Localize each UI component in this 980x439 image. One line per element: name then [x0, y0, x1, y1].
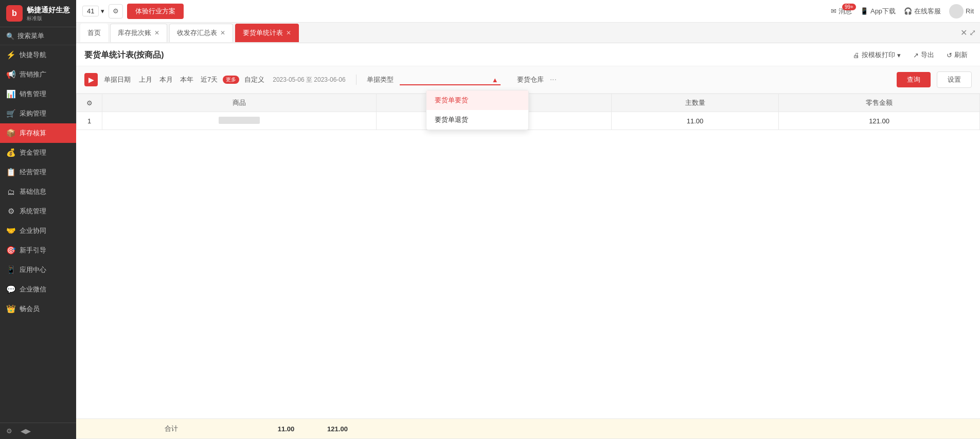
date-range-display: 2023-05-06 至 2023-06-06 [273, 76, 345, 84]
operations-icon: 📋 [6, 168, 15, 177]
refresh-label: 刷新 [954, 50, 968, 60]
tab-close-icon[interactable]: ✕ [220, 29, 225, 36]
tab-order-stats[interactable]: 要货单统计表 ✕ [235, 24, 299, 42]
sidebar-item-wechat[interactable]: 💬 企业微信 [0, 280, 76, 299]
app-download-label: App下载 [870, 7, 896, 16]
type-input[interactable] [400, 75, 501, 85]
dropdown-item-order-goods[interactable]: 要货单要货 [426, 90, 528, 110]
tab-receive-summary[interactable]: 收发存汇总表 ✕ [169, 24, 233, 42]
sidebar-item-sales[interactable]: 📊 销售管理 [0, 84, 76, 104]
filter-bar: ▶ 单据日期 上月 本月 本年 近7天 更多 自定义 2023-05-06 至 … [76, 66, 980, 94]
purchase-icon: 🛒 [6, 109, 15, 118]
sidebar-item-operations[interactable]: 📋 经营管理 [0, 162, 76, 182]
dropdown-item-order-return[interactable]: 要货单退货 [426, 110, 528, 130]
sidebar-item-label: 基础信息 [20, 187, 46, 196]
tab-close-icon[interactable]: ✕ [286, 29, 291, 36]
shortcut-this-year[interactable]: 本年 [178, 74, 195, 85]
inventory-icon: 📦 [6, 129, 15, 138]
sidebar-item-label: 库存核算 [20, 129, 46, 138]
tab-inventory-batch[interactable]: 库存批次账 ✕ [110, 24, 167, 42]
sidebar-item-apps[interactable]: 📱 应用中心 [0, 260, 76, 280]
sidebar-item-inventory[interactable]: 📦 库存核算 [0, 123, 76, 143]
guide-icon: 🎯 [6, 246, 15, 255]
table-footer: 合计 11.00 121.00 [76, 418, 980, 439]
online-service-button[interactable]: 🎧 在线客服 [904, 7, 941, 16]
apps-icon: 📱 [6, 265, 15, 275]
page-title: 要货单统计表(按商品) [84, 50, 164, 61]
marketing-icon: 📢 [6, 70, 15, 79]
footer-amount: 121.00 [317, 425, 358, 433]
tab-maximize-icon[interactable]: ⤢ [969, 28, 976, 38]
col-amount: 零售金额 [779, 94, 980, 112]
footer-qty: 11.00 [265, 425, 307, 433]
type-dropdown-arrow[interactable]: ▲ [492, 76, 498, 84]
print-icon: 🖨 [853, 51, 860, 59]
sidebar-item-basic[interactable]: 🗂 基础信息 [0, 182, 76, 202]
tab-home[interactable]: 首页 [80, 24, 108, 42]
export-button[interactable]: ↗ 导出 [909, 48, 938, 62]
shortcut-this-month[interactable]: 本月 [157, 74, 175, 85]
store-selector[interactable]: 41 ▾ [82, 6, 104, 16]
sidebar-item-label: 资金管理 [20, 148, 46, 157]
type-label: 单据类型 [367, 75, 394, 84]
print-button[interactable]: 🖨 按模板打印 ▾ [849, 48, 905, 62]
sidebar-item-marketing[interactable]: 📢 营销推广 [0, 65, 76, 84]
page-content: 要货单统计表(按商品) 🖨 按模板打印 ▾ ↗ 导出 ↺ 刷新 [76, 43, 980, 439]
filter-separator [356, 75, 357, 85]
warehouse-more-icon[interactable]: ··· [550, 75, 557, 84]
print-label: 按模板打印 [862, 50, 895, 60]
col-product: 商品 [102, 94, 377, 112]
store-number[interactable]: 41 [82, 6, 99, 16]
sidebar-item-finance[interactable]: 💰 资金管理 [0, 143, 76, 162]
sidebar-item-label: 系统管理 [20, 207, 46, 216]
quick-nav-icon: ⚡ [6, 50, 15, 60]
print-dropdown-icon[interactable]: ▾ [897, 51, 901, 59]
store-dropdown-icon[interactable]: ▾ [101, 7, 104, 15]
headset-icon: 🎧 [904, 7, 912, 15]
shortcut-last-month[interactable]: 上月 [137, 74, 154, 85]
refresh-button[interactable]: ↺ 刷新 [942, 48, 972, 62]
sidebar-item-system[interactable]: ⚙ 系统管理 [0, 202, 76, 221]
topbar-left: 41 ▾ ⚙ 体验行业方案 [82, 4, 825, 19]
sidebar-item-purchase[interactable]: 🛒 采购管理 [0, 104, 76, 123]
sidebar-item-label: 企业微信 [20, 285, 46, 294]
sidebar-item-member[interactable]: 👑 畅会员 [0, 299, 76, 319]
query-button[interactable]: 查询 [897, 72, 931, 87]
cell-no: 1 [77, 112, 102, 130]
shortcut-more[interactable]: 更多 [223, 76, 239, 84]
user-menu[interactable]: Rit [949, 4, 974, 19]
sidebar-item-guide[interactable]: 🎯 新手引导 [0, 241, 76, 260]
tab-close-all-icon[interactable]: ✕ [960, 28, 967, 38]
settings-icon[interactable]: ⚙ [6, 427, 12, 435]
settings-button[interactable]: 设置 [937, 71, 972, 88]
shortcut-7days[interactable]: 近7天 [199, 74, 220, 85]
filter-toggle-button[interactable]: ▶ [84, 73, 98, 86]
type-input-wrap: ▲ [400, 75, 501, 85]
collapse-icon[interactable]: ◀▶ [21, 427, 31, 435]
page-inner: 要货单统计表(按商品) 🖨 按模板打印 ▾ ↗ 导出 ↺ 刷新 [76, 43, 980, 439]
sidebar-item-label: 新手引导 [20, 246, 46, 255]
search-menu[interactable]: 🔍 搜索菜单 [0, 27, 76, 45]
try-industry-button[interactable]: 体验行业方案 [127, 4, 184, 19]
app-logo: b 畅捷通好生意 标准版 [0, 0, 76, 27]
messages-button[interactable]: ✉ 消息 99+ [831, 7, 852, 16]
tab-label: 库存批次账 [118, 28, 151, 38]
col-settings[interactable]: ⚙ [77, 94, 102, 112]
tabbar: 首页 库存批次账 ✕ 收发存汇总表 ✕ 要货单统计表 ✕ ✕ ⤢ [76, 23, 980, 43]
sidebar-footer: ⚙ ◀▶ [0, 423, 76, 439]
app-download-button[interactable]: 📱 App下载 [860, 7, 896, 16]
sidebar-item-label: 营销推广 [20, 70, 46, 79]
sidebar-item-label: 应用中心 [20, 265, 46, 275]
member-icon: 👑 [6, 304, 15, 314]
topbar-gear-button[interactable]: ⚙ [109, 4, 123, 19]
settings-icon: ⚙ [86, 99, 93, 107]
sidebar-item-quick-nav[interactable]: ⚡ 快捷导航 [0, 45, 76, 65]
shortcut-custom[interactable]: 自定义 [242, 74, 266, 85]
messages-badge: 99+ [842, 4, 856, 10]
sidebar-item-enterprise[interactable]: 🤝 企业协同 [0, 221, 76, 241]
online-service-label: 在线客服 [914, 7, 941, 16]
user-avatar [949, 4, 964, 19]
tab-close-icon[interactable]: ✕ [154, 29, 159, 36]
dropdown-item-label: 要货单退货 [435, 116, 468, 123]
phone-icon: 📱 [860, 7, 868, 15]
